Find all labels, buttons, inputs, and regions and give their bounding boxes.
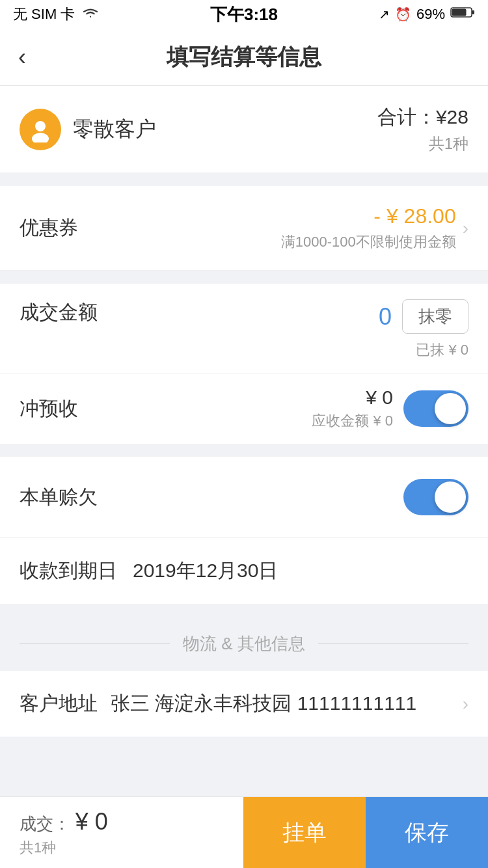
logistics-line-left: [20, 644, 170, 644]
hang-button[interactable]: 挂单: [243, 797, 366, 869]
address-row[interactable]: 客户地址 张三 海淀永丰科技园 11111111111 ›: [0, 671, 488, 737]
wifi-icon: [81, 6, 100, 23]
customer-total: 合计：¥28: [377, 104, 468, 131]
due-date-row: 收款到期日 2019年12月30日: [0, 537, 488, 604]
bottom-count: 共1种: [20, 838, 224, 858]
prereceive-right: ¥ 0 应收金额 ¥ 0: [312, 387, 468, 431]
customer-count: 共1种: [377, 133, 468, 154]
due-date-value: 2019年12月30日: [133, 558, 278, 584]
logistics-header: 物流 & 其他信息: [0, 617, 488, 671]
transaction-label: 成交金额: [20, 299, 98, 326]
customer-row: 零散客户 合计：¥28 共1种: [0, 86, 488, 172]
bottom-deal-row: 成交： ¥ 0: [20, 808, 224, 835]
battery-percent: 69%: [416, 6, 445, 23]
prereceive-row: 冲预收 ¥ 0 应收金额 ¥ 0: [0, 373, 488, 444]
coupon-chevron-icon: ›: [463, 218, 468, 239]
prereceive-label: 冲预收: [20, 396, 78, 422]
amount-right: 0 抹零: [379, 299, 468, 334]
status-right: ↗ ⏰ 69%: [379, 6, 475, 23]
logistics-text: 物流 & 其他信息: [183, 632, 305, 655]
section-separator-1: [0, 173, 488, 186]
svg-point-4: [32, 133, 49, 142]
amount-row: 成交金额 0 抹零: [0, 284, 488, 340]
debt-toggle[interactable]: [403, 479, 468, 515]
nav-bar: ‹ 填写结算等信息: [0, 29, 488, 86]
location-icon: ↗: [379, 7, 390, 22]
svg-point-3: [35, 121, 46, 131]
toggle-knob: [435, 393, 466, 424]
logistics-separator: [0, 604, 488, 617]
prereceive-toggle[interactable]: [403, 390, 468, 427]
coupon-discount: - ¥ 28.00: [281, 204, 456, 228]
battery-icon: [450, 6, 475, 23]
coupon-desc: 满1000-100不限制使用金额: [281, 232, 456, 252]
coupon-label: 优惠券: [20, 215, 78, 241]
status-left: 无 SIM 卡: [13, 5, 100, 24]
debt-toggle-knob: [435, 481, 466, 513]
coupon-row[interactable]: 优惠券 - ¥ 28.00 满1000-100不限制使用金额 ›: [0, 186, 488, 271]
bottom-deal-label: 成交：: [20, 814, 70, 834]
prereceive-receivable: 应收金额 ¥ 0: [312, 411, 393, 431]
save-button[interactable]: 保存: [366, 797, 488, 869]
transaction-section: 成交金额 0 抹零 已抹 ¥ 0 冲预收 ¥ 0 应收金额 ¥ 0: [0, 284, 488, 444]
svg-rect-2: [452, 9, 467, 16]
address-label: 客户地址: [20, 690, 98, 717]
debt-row: 本单赊欠: [0, 457, 488, 537]
bottom-deal-amount: ¥ 0: [75, 808, 108, 835]
back-button[interactable]: ‹: [18, 44, 26, 71]
debt-section: 本单赊欠 收款到期日 2019年12月30日: [0, 457, 488, 604]
round-button[interactable]: 抹零: [402, 299, 468, 334]
due-date-label: 收款到期日: [20, 558, 117, 584]
customer-avatar: [20, 109, 61, 150]
prereceive-amount: ¥ 0: [312, 387, 393, 409]
bottom-bar: 成交： ¥ 0 共1种 挂单 保存: [0, 796, 488, 868]
nav-title: 填写结算等信息: [167, 42, 321, 72]
status-bar: 无 SIM 卡 下午3:18 ↗ ⏰ 69%: [0, 0, 488, 29]
section-separator-2: [0, 271, 488, 284]
debt-label: 本单赊欠: [20, 484, 98, 511]
prereceive-amounts: ¥ 0 应收金额 ¥ 0: [312, 387, 393, 431]
transaction-value: 0: [379, 303, 392, 331]
address-chevron-icon: ›: [463, 694, 468, 714]
coupon-right: - ¥ 28.00 满1000-100不限制使用金额: [281, 204, 456, 252]
customer-right: 合计：¥28 共1种: [377, 104, 468, 154]
alarm-icon: ⏰: [395, 7, 411, 22]
status-time: 下午3:18: [210, 3, 278, 26]
amount-sub: 已抹 ¥ 0: [0, 340, 488, 373]
carrier-text: 无 SIM 卡: [13, 5, 75, 24]
customer-name: 零散客户: [73, 115, 156, 144]
svg-rect-1: [472, 10, 474, 14]
address-value: 张三 海淀永丰科技园 11111111111: [111, 690, 450, 717]
bottom-info: 成交： ¥ 0 共1种: [0, 808, 243, 858]
customer-left: 零散客户: [20, 109, 156, 150]
section-separator-3: [0, 444, 488, 457]
logistics-line-right: [318, 644, 468, 644]
